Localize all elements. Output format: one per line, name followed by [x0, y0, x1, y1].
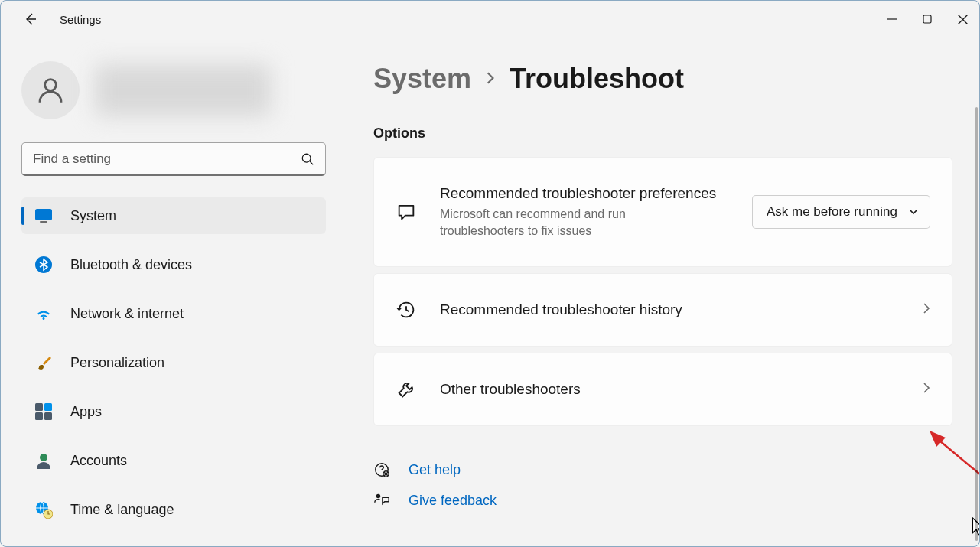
- person-icon: [34, 74, 67, 106]
- back-button[interactable]: [15, 4, 46, 34]
- brush-icon: [34, 353, 54, 373]
- nav-label: Personalization: [70, 355, 164, 371]
- chat-icon: [396, 201, 417, 223]
- card-description: Microsoft can recommend and run troubles…: [440, 206, 700, 240]
- breadcrumb-parent[interactable]: System: [373, 63, 471, 95]
- give-feedback-link[interactable]: Give feedback: [373, 492, 952, 509]
- bluetooth-icon: [34, 255, 54, 275]
- nav-item-accounts[interactable]: Accounts: [21, 442, 326, 479]
- minimize-icon: [887, 15, 897, 24]
- troubleshooter-preferences-card: Recommended troubleshooter preferences M…: [373, 157, 952, 267]
- svg-point-4: [45, 80, 57, 91]
- user-name-blurred: [95, 64, 271, 116]
- maximize-icon: [923, 15, 932, 24]
- sidebar: System Bluetooth & devices Network & int…: [0, 38, 337, 547]
- chevron-down-icon: [908, 208, 919, 216]
- feedback-link-text: Give feedback: [409, 493, 497, 509]
- search-input[interactable]: [33, 151, 301, 167]
- nav-item-system[interactable]: System: [21, 197, 326, 234]
- main-content: System Troubleshoot Options Recommended …: [337, 38, 980, 547]
- svg-point-5: [302, 154, 311, 162]
- history-icon: [396, 299, 417, 321]
- svg-rect-1: [923, 15, 931, 23]
- avatar: [21, 61, 80, 119]
- nav-label: Apps: [70, 404, 102, 420]
- other-troubleshooters-card[interactable]: Other troubleshooters: [373, 353, 952, 426]
- help-link-text: Get help: [409, 462, 461, 478]
- svg-point-19: [376, 494, 381, 499]
- nav-label: Network & internet: [70, 306, 184, 322]
- svg-rect-12: [35, 412, 43, 420]
- scrollbar[interactable]: [975, 107, 978, 541]
- svg-rect-11: [44, 403, 52, 411]
- breadcrumb: System Troubleshoot: [373, 63, 952, 95]
- search-icon: [301, 152, 314, 166]
- system-icon: [34, 206, 54, 226]
- get-help-link[interactable]: Get help: [373, 461, 952, 478]
- svg-rect-13: [44, 412, 52, 420]
- back-arrow-icon: [23, 11, 38, 27]
- maximize-button[interactable]: [910, 5, 945, 33]
- svg-rect-7: [35, 209, 52, 220]
- nav-item-network[interactable]: Network & internet: [21, 295, 326, 332]
- chevron-right-icon: [923, 302, 930, 317]
- card-title: Recommended troubleshooter preferences: [440, 184, 752, 204]
- help-links: Get help Give feedback: [373, 461, 952, 509]
- nav-item-time-language[interactable]: Time & language: [21, 491, 326, 528]
- globe-clock-icon: [34, 500, 54, 519]
- svg-line-6: [310, 161, 313, 164]
- app-title: Settings: [60, 13, 101, 26]
- card-title: Recommended troubleshooter history: [440, 300, 923, 321]
- apps-icon: [34, 402, 54, 422]
- chevron-right-icon: [485, 68, 496, 90]
- nav-item-personalization[interactable]: Personalization: [21, 344, 326, 381]
- help-icon: [373, 461, 390, 478]
- close-icon: [958, 15, 968, 24]
- dropdown-value: Ask me before running: [767, 204, 897, 220]
- titlebar: Settings: [0, 0, 980, 38]
- svg-rect-8: [40, 221, 47, 223]
- nav-label: Time & language: [70, 502, 174, 518]
- nav-label: System: [70, 208, 116, 224]
- accounts-icon: [34, 451, 54, 470]
- breadcrumb-current: Troubleshoot: [510, 63, 684, 95]
- user-profile[interactable]: [21, 61, 324, 119]
- nav-label: Accounts: [70, 453, 127, 469]
- close-button[interactable]: [945, 5, 980, 33]
- svg-marker-21: [930, 431, 946, 447]
- feedback-icon: [373, 492, 390, 509]
- window-controls: [874, 5, 980, 33]
- card-title: Other troubleshooters: [440, 379, 923, 400]
- chevron-right-icon: [923, 382, 930, 397]
- svg-point-14: [40, 454, 47, 461]
- nav-label: Bluetooth & devices: [70, 257, 192, 273]
- wrench-icon: [396, 379, 417, 400]
- search-box[interactable]: [21, 142, 326, 176]
- nav-list: System Bluetooth & devices Network & int…: [21, 197, 324, 528]
- troubleshooter-history-card[interactable]: Recommended troubleshooter history: [373, 273, 952, 347]
- section-title: Options: [373, 125, 952, 142]
- preferences-dropdown[interactable]: Ask me before running: [752, 195, 930, 229]
- svg-rect-10: [35, 403, 43, 411]
- nav-item-bluetooth[interactable]: Bluetooth & devices: [21, 246, 326, 283]
- nav-item-apps[interactable]: Apps: [21, 393, 326, 430]
- wifi-icon: [34, 304, 54, 324]
- minimize-button[interactable]: [874, 5, 910, 33]
